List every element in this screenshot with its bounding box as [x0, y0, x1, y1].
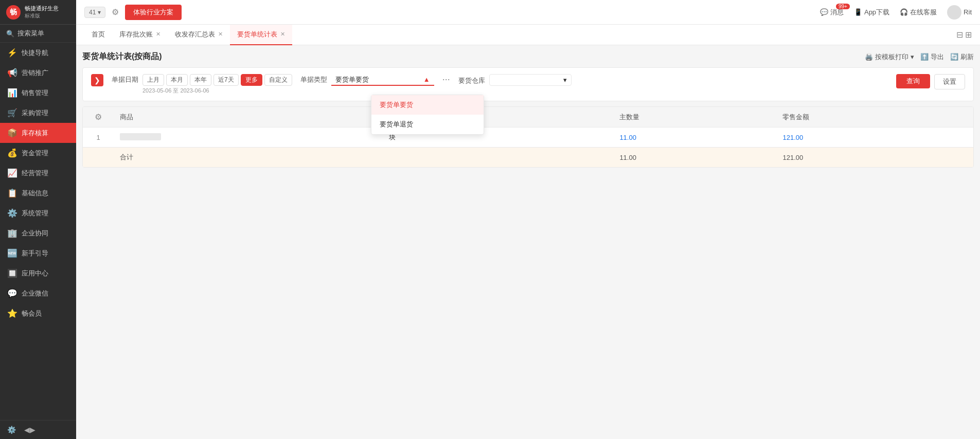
member-icon: ⭐ [7, 308, 17, 318]
sidebar-item-purchase[interactable]: 🛒 采购管理 [0, 103, 76, 123]
print-icon: 🖨️ [865, 53, 873, 61]
app-download-btn[interactable]: 📱 App下载 [854, 8, 889, 17]
more-dates-btn[interactable]: 更多 [241, 74, 262, 86]
tab-close-order-stat[interactable]: ✕ [280, 31, 285, 38]
basic-icon: 📋 [7, 188, 17, 198]
sidebar-item-guide[interactable]: 🆕 新手引导 [0, 243, 76, 263]
custom-date-btn[interactable]: 自定义 [264, 74, 292, 86]
sidebar-item-operations[interactable]: 📈 经营管理 [0, 163, 76, 183]
user-avatar [947, 5, 961, 20]
guide-icon: 🆕 [7, 248, 17, 258]
tab-summary[interactable]: 收发存汇总表 ✕ [168, 25, 230, 45]
user-info[interactable]: Rit [947, 5, 972, 20]
sidebar-item-appstore[interactable]: 🔲 应用中心 [0, 263, 76, 283]
tab-order-stat[interactable]: 要货单统计表 ✕ [230, 25, 292, 45]
row-amount[interactable]: 121.00 [776, 127, 973, 148]
th-product: 商品 [114, 107, 383, 127]
finance-icon: 💰 [7, 148, 17, 158]
this-month-btn[interactable]: 本月 [166, 74, 188, 86]
date-filter-group: 单据日期 上月 本月 本年 近7天 更多 自定义 2023-05-06 至 20… [112, 74, 292, 95]
main-content: 要货单统计表(按商品) 🖨️ 按模板打印 ▾ ⬆️ 导出 🔄 刷新 ❯ [76, 45, 980, 439]
settings-button[interactable]: 设置 [934, 74, 965, 89]
tab-close-batch[interactable]: ✕ [156, 31, 161, 38]
this-year-btn[interactable]: 本年 [190, 74, 211, 86]
chevron-down-icon: ▾ [911, 53, 914, 61]
sidebar-item-marketing[interactable]: 📢 营销推广 [0, 63, 76, 83]
quicknav-icon: ⚡ [7, 48, 17, 58]
message-icon: 💬 [820, 8, 828, 16]
logo-icon: 畅 [6, 5, 21, 20]
last-month-btn[interactable]: 上月 [142, 74, 164, 86]
refresh-icon: 🔄 [950, 53, 958, 61]
sidebar-item-basic[interactable]: 📋 基础信息 [0, 183, 76, 203]
th-qty: 主数量 [613, 107, 776, 127]
type-select[interactable]: ▲ [331, 74, 434, 86]
th-settings[interactable]: ⚙ [83, 107, 114, 127]
sidebar-item-wechat[interactable]: 💬 企业微信 [0, 283, 76, 303]
sidebar-item-finance[interactable]: 💰 资金管理 [0, 143, 76, 163]
header-id[interactable]: 41 ▾ [84, 7, 105, 18]
footer-empty-1 [83, 148, 114, 168]
tab-bar: 首页 库存批次账 ✕ 收发存汇总表 ✕ 要货单统计表 ✕ ⊟ ⊞ [76, 25, 980, 45]
last-7days-btn[interactable]: 近7天 [213, 74, 239, 86]
collapse-icon[interactable]: ◀▶ [24, 426, 35, 434]
warehouse-select[interactable]: ▾ [489, 74, 572, 86]
page-actions: 🖨️ 按模板打印 ▾ ⬆️ 导出 🔄 刷新 [865, 52, 974, 62]
header: 41 ▾ ⚙ 体验行业方案 💬 消息 99+ 📱 App下载 🎧 在线客服 Ri… [76, 0, 980, 25]
data-table-wrapper: ⚙ 商品 主计量单位 主数量 零售金额 1 块 [82, 106, 974, 168]
dropdown-item-return[interactable]: 要货单退货 [371, 115, 484, 134]
print-btn[interactable]: 🖨️ 按模板打印 ▾ [865, 52, 914, 62]
tab-batch[interactable]: 库存批次账 ✕ [112, 25, 168, 45]
logo-text: 畅捷通好生意 标准版 [25, 5, 59, 20]
online-service-btn[interactable]: 🎧 在线客服 [900, 8, 937, 17]
chevron-up-icon: ▲ [423, 76, 430, 83]
dropdown-item-order[interactable]: 要货单要货 [371, 95, 484, 115]
system-icon: ⚙️ [7, 208, 17, 218]
headset-icon: 🎧 [900, 8, 908, 16]
row-product [114, 127, 383, 148]
page-title: 要货单统计表(按商品) [82, 51, 162, 62]
row-qty[interactable]: 11.00 [613, 127, 776, 148]
filter-toggle-btn[interactable]: ❯ [91, 74, 103, 86]
filter-panel: ❯ 单据日期 上月 本月 本年 近7天 更多 自定义 2023-05-06 至 … [82, 67, 974, 101]
header-right: 💬 消息 99+ 📱 App下载 🎧 在线客服 Rit [820, 5, 972, 20]
type-select-input[interactable] [335, 76, 423, 83]
wechat-icon: 💬 [7, 288, 17, 298]
sidebar-search[interactable]: 🔍 搜索菜单 [0, 25, 76, 43]
chevron-down-icon: ▾ [98, 9, 101, 16]
refresh-btn[interactable]: 🔄 刷新 [950, 52, 974, 62]
table-settings-icon[interactable]: ⚙ [95, 113, 102, 121]
trial-button[interactable]: 体验行业方案 [125, 5, 182, 20]
sidebar-nav: ⚡ 快捷导航 📢 营销推广 📊 销售管理 🛒 采购管理 📦 库存核算 💰 资金管… [0, 43, 76, 420]
page-header: 要货单统计表(按商品) 🖨️ 按模板打印 ▾ ⬆️ 导出 🔄 刷新 [82, 51, 974, 62]
th-amount: 零售金额 [776, 107, 973, 127]
gear-icon[interactable]: ⚙ [112, 7, 119, 17]
filter-actions: 查询 设置 [896, 74, 965, 89]
footer-qty: 11.00 [613, 148, 776, 168]
message-btn[interactable]: 💬 消息 99+ [820, 8, 844, 17]
logo-area: 畅 畅捷通好生意 标准版 [0, 0, 76, 25]
tab-minimize-icon[interactable]: ⊟ [956, 30, 963, 40]
sidebar-item-sales[interactable]: 📊 销售管理 [0, 83, 76, 103]
footer-amount: 121.00 [776, 148, 973, 168]
tab-maximize-icon[interactable]: ⊞ [965, 30, 972, 40]
sidebar-item-member[interactable]: ⭐ 畅会员 [0, 303, 76, 323]
operations-icon: 📈 [7, 168, 17, 178]
tab-home[interactable]: 首页 [84, 25, 112, 45]
type-dropdown: 要货单要货 要货单退货 [371, 95, 484, 135]
product-placeholder [120, 133, 161, 140]
sidebar-item-enterprise[interactable]: 🏢 企业协同 [0, 223, 76, 243]
sidebar: 畅 畅捷通好生意 标准版 🔍 搜索菜单 ⚡ 快捷导航 📢 营销推广 📊 销售管理… [0, 0, 76, 439]
export-btn[interactable]: ⬆️ 导出 [920, 52, 944, 62]
tab-close-summary[interactable]: ✕ [218, 31, 223, 38]
sidebar-bottom: ⚙️ ◀▶ [0, 420, 76, 439]
more-filters-btn[interactable]: ··· [442, 74, 450, 85]
main-area: 41 ▾ ⚙ 体验行业方案 💬 消息 99+ 📱 App下载 🎧 在线客服 Ri… [76, 0, 980, 439]
settings-bottom-icon[interactable]: ⚙️ [7, 426, 16, 434]
sidebar-item-system[interactable]: ⚙️ 系统管理 [0, 203, 76, 223]
sidebar-item-inventory[interactable]: 📦 库存核算 [0, 123, 76, 143]
search-icon: 🔍 [6, 30, 14, 38]
query-button[interactable]: 查询 [896, 74, 930, 88]
sidebar-item-quicknav[interactable]: ⚡ 快捷导航 [0, 43, 76, 63]
table-row: 1 块 11.00 121.00 [83, 127, 973, 148]
